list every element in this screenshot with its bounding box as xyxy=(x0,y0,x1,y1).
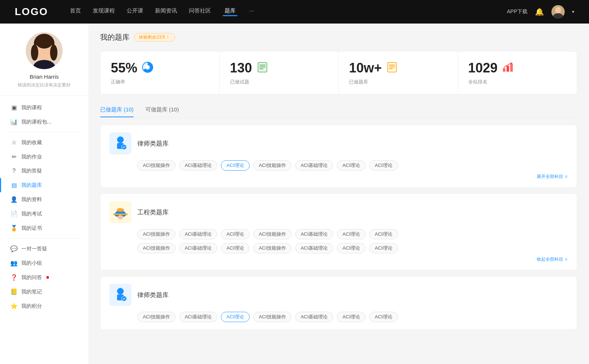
tag-3-3[interactable]: ACI理论 xyxy=(221,312,250,322)
nav-link-news[interactable]: 新闻资讯 xyxy=(155,7,177,16)
qbank-card-engineer: 工程类题库 ACI技能操作 ACI基础理论 ACI理论 ACI技能操作 ACI基… xyxy=(100,193,577,270)
tag-2-2[interactable]: ACI基础理论 xyxy=(179,229,218,239)
sidebar-item-points[interactable]: ⭐ 我的积分 xyxy=(0,299,88,313)
sidebar-item-1on1[interactable]: 💬 一对一答疑 xyxy=(0,242,88,256)
1on1-icon: 💬 xyxy=(10,245,18,252)
qbank-name-3: 律师类题库 xyxy=(137,291,169,299)
qbank-lawyer-icon-1 xyxy=(109,132,131,154)
sidebar-item-favorites[interactable]: ☆ 我的收藏 xyxy=(0,135,88,150)
sidebar-item-exam[interactable]: 📄 我的考试 xyxy=(0,207,88,221)
svg-point-32 xyxy=(117,215,123,220)
tag-2-8[interactable]: ACI技能操作 xyxy=(137,243,176,253)
homework-icon: ✏ xyxy=(10,153,18,160)
mycourse-icon: ▣ xyxy=(10,104,18,111)
tab-done[interactable]: 已做题库 (10) xyxy=(100,103,134,117)
svg-rect-31 xyxy=(113,214,128,215)
done-questions-icon xyxy=(257,61,268,75)
nav-link-home[interactable]: 首页 xyxy=(70,7,81,16)
tag-2-7[interactable]: ACI理论 xyxy=(369,229,398,239)
svg-point-12 xyxy=(145,65,150,69)
tag-2-11[interactable]: ACI技能操作 xyxy=(253,243,292,253)
nav-link-qbank[interactable]: 题库 xyxy=(225,7,236,14)
answer-badge-dot xyxy=(46,276,49,279)
tag-1-7[interactable]: ACI理论 xyxy=(369,160,398,171)
done-banks-value: 10w+ xyxy=(349,60,382,76)
sidebar-item-mycourse[interactable]: ▣ 我的课程 xyxy=(0,100,88,115)
group-icon: 👥 xyxy=(10,260,18,267)
svg-point-33 xyxy=(117,288,124,295)
tag-1-5[interactable]: ACI基础理论 xyxy=(295,160,334,171)
app-download-btn[interactable]: APP下载 xyxy=(507,8,528,15)
qbank-tags-3: ACI技能操作 ACI基础理论 ACI理论 ACI技能操作 ACI基础理论 AC… xyxy=(137,312,568,322)
qbank-card-lawyer-1: 律师类题库 ACI技能操作 ACI基础理论 ACI理论 ACI技能操作 ACI基… xyxy=(100,125,577,188)
tag-2-9[interactable]: ACI基础理论 xyxy=(179,243,218,253)
tag-2-3[interactable]: ACI理论 xyxy=(221,229,250,239)
tag-1-6[interactable]: ACI理论 xyxy=(337,160,366,171)
svg-rect-22 xyxy=(507,66,509,72)
divider-1 xyxy=(6,132,82,132)
rank-icon xyxy=(502,61,514,75)
collapse-link[interactable]: 收起全部科目 ∧ xyxy=(109,256,568,263)
sidebar-item-coursepack[interactable]: 📊 我的课程包... xyxy=(0,115,88,129)
tag-2-5[interactable]: ACI基础理论 xyxy=(295,229,334,239)
svg-point-1 xyxy=(555,7,561,14)
svg-point-8 xyxy=(50,44,57,61)
question-bank-tabs: 已做题库 (10) 可做题库 (10) xyxy=(100,103,577,117)
profile-avatar xyxy=(26,32,63,69)
tag-1-1[interactable]: ACI技能操作 xyxy=(137,160,176,171)
sidebar-item-homework[interactable]: ✏ 我的作业 xyxy=(0,150,88,164)
sidebar-item-question[interactable]: ? 我的答疑 xyxy=(0,164,88,178)
rank-value: 1029 xyxy=(468,60,498,76)
tag-1-4[interactable]: ACI技能操作 xyxy=(253,160,292,171)
tag-3-2[interactable]: ACI基础理论 xyxy=(179,312,218,322)
tag-3-6[interactable]: ACI理论 xyxy=(337,312,366,322)
stats-row: 55% 正确率 130 xyxy=(100,51,577,94)
avatar[interactable] xyxy=(551,5,565,18)
qbank-header-2: 工程类题库 xyxy=(109,201,568,223)
tag-2-1[interactable]: ACI技能操作 xyxy=(137,229,176,239)
tag-1-2[interactable]: ACI基础理论 xyxy=(179,160,218,171)
sidebar-item-profile[interactable]: 👤 我的资料 xyxy=(0,192,88,207)
tag-2-13[interactable]: ACI理论 xyxy=(337,243,366,253)
nav-link-discover[interactable]: 发现课程 xyxy=(93,7,115,16)
trial-badge: 体验剩余23天！ xyxy=(134,33,175,42)
sidebar-item-group[interactable]: 👥 我的小组 xyxy=(0,256,88,270)
qbank-lawyer-icon-2 xyxy=(109,284,131,306)
qbank-engineer-icon xyxy=(109,201,131,223)
notification-bell-icon[interactable]: 🔔 xyxy=(535,7,544,16)
tab-available[interactable]: 可做题库 (10) xyxy=(145,103,179,117)
qbank-header-3: 律师类题库 xyxy=(109,284,568,306)
sidebar-item-notes[interactable]: 📒 我的笔记 xyxy=(0,285,88,299)
qbank-icon: ▤ xyxy=(10,182,18,189)
points-icon: ⭐ xyxy=(10,303,18,310)
tag-2-14[interactable]: ACI理论 xyxy=(369,243,398,253)
tag-2-4[interactable]: ACI技能操作 xyxy=(253,229,292,239)
sidebar-item-qbank[interactable]: ▤ 我的题库 xyxy=(0,178,88,192)
page-header: 我的题库 体验剩余23天！ xyxy=(100,32,577,42)
tag-3-1[interactable]: ACI技能操作 xyxy=(137,312,176,322)
done-banks-icon xyxy=(386,61,398,75)
expand-link-1[interactable]: 展开全部科目 ∨ xyxy=(109,174,568,180)
svg-rect-21 xyxy=(503,68,505,72)
tag-2-10[interactable]: ACI理论 xyxy=(221,243,250,253)
qbank-name-2: 工程类题库 xyxy=(137,208,169,217)
tag-1-3[interactable]: ACI理论 xyxy=(221,160,250,171)
svg-point-25 xyxy=(117,136,124,143)
stat-accuracy: 55% 正确率 xyxy=(100,51,220,94)
tag-2-6[interactable]: ACI理论 xyxy=(337,229,366,239)
nav-link-more[interactable]: ··· xyxy=(249,7,254,16)
done-questions-label: 已做试题 xyxy=(230,79,328,85)
tag-2-12[interactable]: ACI基础理论 xyxy=(295,243,334,253)
tag-3-7[interactable]: ACI理论 xyxy=(369,312,398,322)
exam-icon: 📄 xyxy=(10,210,18,217)
profile-motto: 错误的决定比没有决定要好 xyxy=(18,82,71,88)
qbank-card-lawyer-2: 律师类题库 ACI技能操作 ACI基础理论 ACI理论 ACI技能操作 ACI基… xyxy=(100,276,577,330)
avatar-dropdown-icon[interactable]: ▾ xyxy=(572,9,574,14)
sidebar-item-certificate[interactable]: 🏅 我的证书 xyxy=(0,221,88,235)
tag-3-5[interactable]: ACI基础理论 xyxy=(295,312,334,322)
nav-link-qa[interactable]: 问答社区 xyxy=(189,7,211,16)
nav-link-opencourse[interactable]: 公开课 xyxy=(127,7,143,16)
tag-3-4[interactable]: ACI技能操作 xyxy=(253,312,292,322)
sidebar-item-myanswer[interactable]: ❓ 我的问答 xyxy=(0,270,88,285)
stat-done-questions: 130 已做试题 xyxy=(220,51,339,94)
